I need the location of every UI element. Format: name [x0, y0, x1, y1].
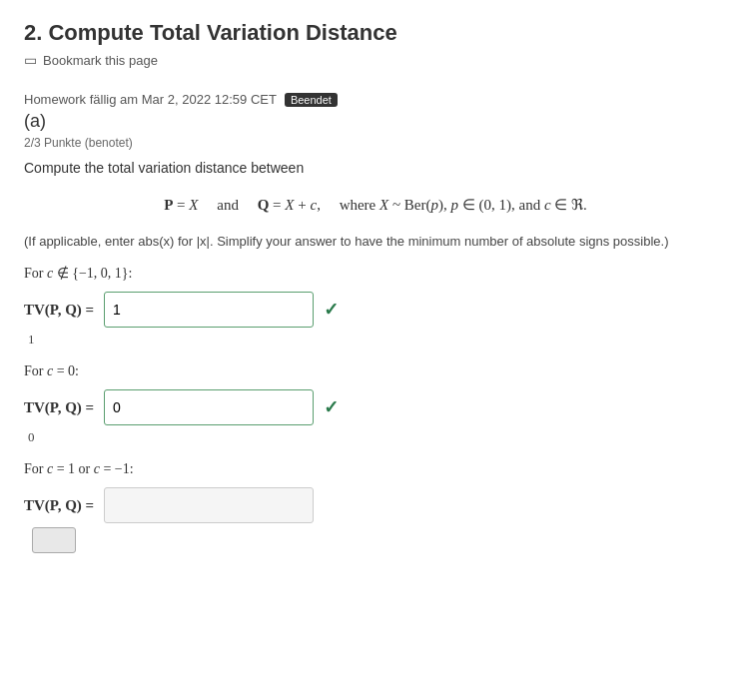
due-text: Homework fällig am Mar 2, 2022 12:59 CET	[24, 92, 277, 107]
case-2-submitted: 0	[28, 429, 727, 445]
case-1-answer-row: TV(P, Q) = ✓	[24, 292, 727, 328]
case-2-check-icon: ✓	[324, 396, 339, 418]
bookmark-label: Bookmark this page	[43, 53, 158, 68]
case-1-label: For c ∉ {−1, 0, 1}:	[24, 265, 727, 282]
case-2-section: For c = 0: TV(P, Q) = ✓ 0	[24, 363, 727, 445]
math-display: P = X and Q = X + c, where X ~ Ber(p), p…	[24, 196, 727, 214]
case-2-tv-label: TV(P, Q) =	[24, 399, 94, 416]
case-3-label: For c = 1 or c = −1:	[24, 461, 727, 477]
case-2-answer-row: TV(P, Q) = ✓	[24, 389, 727, 425]
note-text: (If applicable, enter abs(x) for |x|. Si…	[24, 234, 727, 249]
case-2-label: For c = 0:	[24, 363, 727, 379]
case-3-input[interactable]	[104, 487, 314, 523]
case-1-tv-label: TV(P, Q) =	[24, 302, 94, 319]
case-3-tv-label: TV(P, Q) =	[24, 497, 94, 514]
meta-row: Homework fällig am Mar 2, 2022 12:59 CET…	[24, 92, 727, 107]
problem-description: Compute the total variation distance bet…	[24, 160, 727, 176]
page-title: 2. Compute Total Variation Distance	[24, 20, 727, 46]
case-1-submitted: 1	[28, 332, 727, 348]
case-1-check-icon: ✓	[324, 299, 339, 321]
points-label: 2/3 Punkte (benotet)	[24, 136, 727, 150]
case-3-answer-row: TV(P, Q) =	[24, 487, 727, 523]
status-badge: Beendet	[285, 93, 338, 107]
bookmark-button[interactable]: ▭ Bookmark this page	[24, 52, 727, 68]
case-1-section: For c ∉ {−1, 0, 1}: TV(P, Q) = ✓ 1	[24, 265, 727, 348]
bookmark-icon: ▭	[24, 52, 37, 68]
case-3-section: For c = 1 or c = −1: TV(P, Q) =	[24, 461, 727, 553]
case-1-input[interactable]	[104, 292, 314, 328]
case-2-input[interactable]	[104, 389, 314, 425]
part-label: (a)	[24, 111, 727, 132]
case-3-hint-box[interactable]	[32, 527, 76, 553]
